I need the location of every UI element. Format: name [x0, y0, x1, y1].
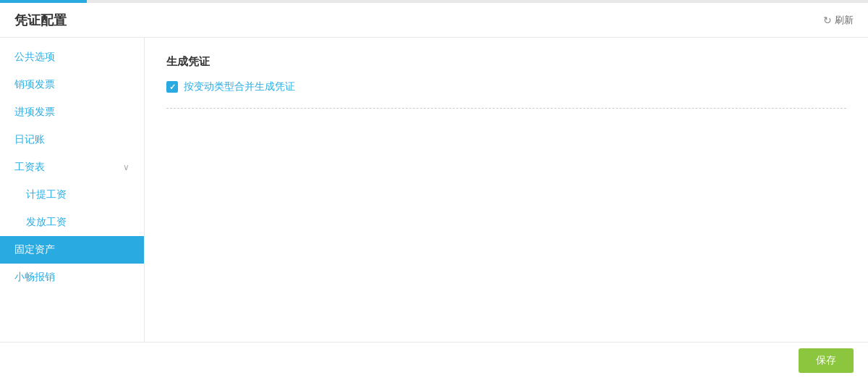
merge-checkbox[interactable]: ✓ [166, 81, 178, 93]
page-body: 公共选项销项发票进项发票日记账工资表∨计提工资发放工资固定资产小畅报销 生成凭证… [0, 38, 868, 342]
chevron-down-icon: ∨ [123, 162, 129, 172]
page-footer: 保存 [0, 342, 868, 378]
main-content: 生成凭证 ✓ 按变动类型合并生成凭证 [145, 38, 868, 342]
page-header: 凭证配置 ↻ 刷新 [0, 3, 868, 38]
sidebar-item-label: 工资表 [14, 161, 45, 174]
sidebar-item-label: 小畅报销 [14, 271, 55, 284]
sidebar-item-public-options[interactable]: 公共选项 [0, 43, 144, 71]
sidebar-item-payroll-table[interactable]: 工资表∨ [0, 154, 144, 181]
sidebar-item-label: 固定资产 [14, 243, 55, 256]
sidebar-item-purchase-invoice[interactable]: 进项发票 [0, 98, 144, 126]
checkmark-icon: ✓ [169, 83, 176, 92]
checkbox-row: ✓ 按变动类型合并生成凭证 [166, 80, 846, 93]
top-bar [0, 0, 868, 3]
divider [166, 108, 846, 109]
sidebar-item-label: 日记账 [14, 133, 45, 146]
sidebar-item-label: 进项发票 [14, 106, 55, 119]
refresh-icon: ↻ [823, 14, 832, 26]
sidebar-item-sales-invoice[interactable]: 销项发票 [0, 71, 144, 98]
sidebar-item-journal[interactable]: 日记账 [0, 126, 144, 154]
refresh-label: 刷新 [835, 14, 854, 27]
save-button[interactable]: 保存 [799, 348, 854, 373]
sidebar-item-expense-report[interactable]: 小畅报销 [0, 264, 144, 291]
page-title: 凭证配置 [14, 12, 67, 29]
sidebar-item-fixed-assets[interactable]: 固定资产 [0, 236, 144, 264]
sidebar-item-label: 发放工资 [26, 216, 67, 229]
sidebar-item-commission[interactable]: 计提工资 [0, 181, 144, 209]
refresh-button[interactable]: ↻ 刷新 [823, 14, 854, 27]
sidebar-item-payout[interactable]: 发放工资 [0, 209, 144, 236]
sidebar-item-label: 计提工资 [26, 188, 67, 201]
section-title: 生成凭证 [166, 55, 846, 69]
sidebar-item-label: 销项发票 [14, 78, 55, 91]
sidebar: 公共选项销项发票进项发票日记账工资表∨计提工资发放工资固定资产小畅报销 [0, 38, 145, 342]
checkbox-label: 按变动类型合并生成凭证 [184, 80, 295, 93]
sidebar-item-label: 公共选项 [14, 51, 55, 64]
top-bar-active [0, 0, 87, 3]
